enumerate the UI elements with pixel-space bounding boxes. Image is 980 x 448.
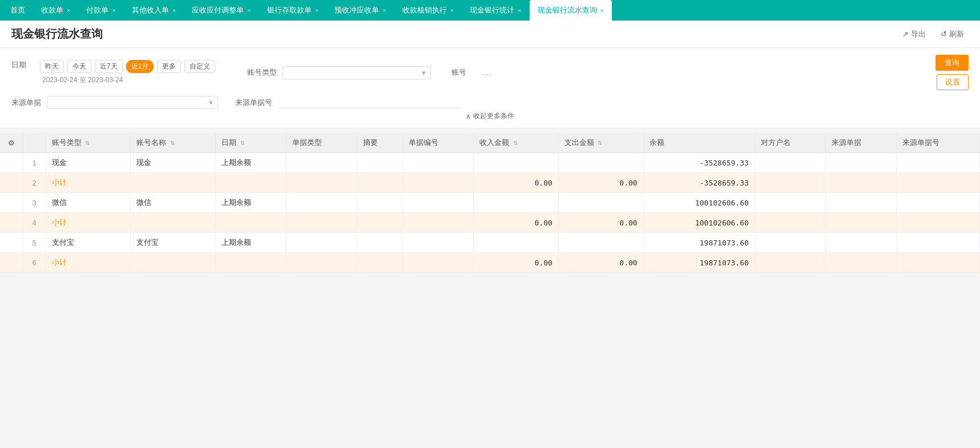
table-cell: 4 [23, 213, 46, 233]
table-cell [131, 213, 216, 233]
table-cell: -3528659.33 [643, 173, 755, 193]
collapse-bar[interactable]: ∧ 收起更多条件 [11, 109, 969, 121]
table-cell: 100102606.60 [643, 213, 755, 233]
nav-item-payment[interactable]: 付款单 × [78, 0, 123, 21]
gear-icon: ⚙ [8, 139, 15, 147]
data-table: ⚙ 账号类型 ⇅ 账号名称 ⇅ 日期 ⇅ 单据类型 摘要 单据编号 [0, 133, 980, 273]
account-type-label: 账号类型 [247, 67, 277, 78]
export-button[interactable]: ↗ 导出 [898, 27, 930, 42]
table-cell: 微信 [131, 193, 216, 213]
table-cell: 小计 [46, 253, 131, 273]
table-body: 1现金现金上期余额-3528659.332小计0.000.00-3528659.… [0, 153, 980, 273]
nav-item-home[interactable]: 首页 [2, 0, 33, 21]
source-doc-label: 来源单据 [11, 98, 41, 108]
table-cell [825, 213, 896, 233]
close-icon[interactable]: × [518, 7, 521, 14]
source-doc-no-label: 来源单据号 [235, 98, 272, 108]
col-doc-no: 单据编号 [402, 133, 473, 153]
account-type-select[interactable]: ▾ [283, 66, 431, 79]
col-settings[interactable]: ⚙ [0, 133, 23, 153]
table-cell [287, 193, 357, 213]
col-expense[interactable]: 支出金额 ⇅ [558, 133, 643, 153]
table-row: 3微信微信上期余额100102606.60 [0, 193, 980, 213]
table-cell [755, 253, 825, 273]
date-btn-1month[interactable]: 近1月 [126, 60, 154, 73]
nav-item-collect-verify[interactable]: 收款核销执行 × [394, 0, 462, 21]
refresh-button[interactable]: ↺ 刷新 [936, 27, 969, 42]
table-cell: 0.00 [473, 253, 558, 273]
date-range-display: 2023-02-24 至 2023-03-24 [42, 75, 215, 85]
close-icon[interactable]: × [112, 7, 115, 14]
table-cell [287, 233, 357, 253]
filter-area: 日期 昨天 今天 近7天 近1月 更多 自定义 2023-02-24 至 202… [0, 48, 980, 128]
date-btn-today[interactable]: 今天 [67, 60, 91, 73]
settings-button[interactable]: 设置 [937, 74, 969, 90]
nav-item-receipt[interactable]: 收款单 × [33, 0, 78, 21]
date-btn-more[interactable]: 更多 [157, 60, 181, 73]
header-actions: ↗ 导出 ↺ 刷新 [898, 27, 969, 42]
nav-item-cash-bank-flow[interactable]: 现金银行流水查询 × [530, 0, 612, 21]
table-cell [558, 233, 643, 253]
table-cell [755, 193, 825, 213]
table-cell [402, 253, 473, 273]
query-button[interactable]: 查询 [935, 55, 969, 71]
table-cell [896, 193, 979, 213]
date-btn-yesterday[interactable]: 昨天 [40, 60, 64, 73]
source-doc-no-input[interactable] [278, 97, 461, 108]
table-cell: 微信 [46, 193, 131, 213]
source-doc-chevron-icon: ▾ [209, 98, 213, 107]
table-cell [825, 173, 896, 193]
table-cell [825, 193, 896, 213]
sort-icon: ⇅ [598, 140, 602, 146]
close-icon[interactable]: × [172, 7, 176, 14]
date-btn-custom[interactable]: 自定义 [184, 60, 215, 73]
col-date[interactable]: 日期 ⇅ [216, 133, 287, 153]
account-ellipsis-button[interactable]: ... [480, 67, 494, 78]
collapse-label: 收起更多条件 [473, 111, 514, 121]
nav-item-ar-adjust[interactable]: 应收应付调整单 × [184, 0, 259, 21]
source-doc-group: 来源单据 ▾ [11, 96, 218, 109]
table-cell [896, 153, 979, 173]
table-cell: 上期余额 [216, 233, 287, 253]
close-icon[interactable]: × [382, 7, 386, 14]
close-icon[interactable]: × [67, 7, 70, 14]
table-header-row: ⚙ 账号类型 ⇅ 账号名称 ⇅ 日期 ⇅ 单据类型 摘要 单据编号 [0, 133, 980, 153]
table-cell: 小计 [46, 173, 131, 193]
table-row: 4小计0.000.00100102606.60 [0, 213, 980, 233]
table-cell: 2 [23, 173, 46, 193]
table-cell: 100102606.60 [643, 193, 755, 213]
table-cell [287, 253, 357, 273]
nav-item-cash-bank-stat[interactable]: 现金银行统计 × [462, 0, 529, 21]
close-icon[interactable]: × [315, 7, 318, 14]
table-cell [755, 173, 825, 193]
table-cell [287, 213, 357, 233]
table-cell [473, 233, 558, 253]
table-cell: 上期余额 [216, 153, 287, 173]
col-source-doc-no: 来源单据号 [896, 133, 979, 153]
nav-item-other-income[interactable]: 其他收入单 × [124, 0, 184, 21]
date-btn-7days[interactable]: 近7天 [95, 60, 123, 73]
table-cell [357, 233, 403, 253]
nav-item-pre-collect[interactable]: 预收冲应收单 × [326, 0, 394, 21]
table-cell [0, 253, 23, 273]
table-cell: 0.00 [558, 213, 643, 233]
table-cell [825, 153, 896, 173]
close-icon[interactable]: × [450, 7, 454, 14]
col-summary: 摘要 [357, 133, 403, 153]
close-icon[interactable]: × [247, 7, 251, 14]
col-account-type[interactable]: 账号类型 ⇅ [46, 133, 131, 153]
table-cell [0, 213, 23, 233]
table-cell: 5 [23, 233, 46, 253]
table-cell: 支付宝 [46, 233, 131, 253]
col-income[interactable]: 收入金额 ⇅ [473, 133, 558, 153]
nav-item-bank-deposit[interactable]: 银行存取款单 × [259, 0, 326, 21]
table-cell: 现金 [131, 153, 216, 173]
table-cell: 1 [23, 153, 46, 173]
table-cell [896, 233, 979, 253]
col-account-name[interactable]: 账号名称 ⇅ [131, 133, 216, 153]
col-doc-type: 单据类型 [287, 133, 357, 153]
source-doc-select[interactable]: ▾ [47, 96, 218, 109]
table-cell [755, 213, 825, 233]
close-icon[interactable]: × [600, 7, 604, 14]
page-header: 现金银行流水查询 ↗ 导出 ↺ 刷新 [0, 21, 980, 48]
